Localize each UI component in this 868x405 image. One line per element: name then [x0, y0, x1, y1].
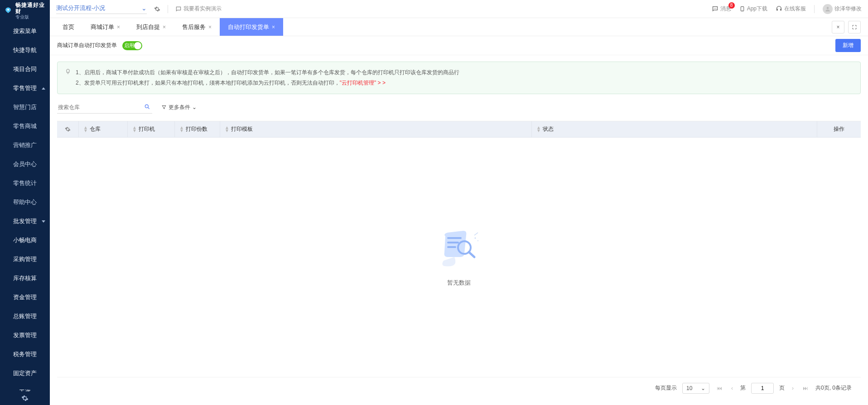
sidebar-inventory[interactable]: 库存核算 — [0, 269, 50, 288]
th-status[interactable]: ▲▼状态 — [532, 121, 817, 137]
sidebar-retail-marketing[interactable]: 营销推广 — [0, 136, 50, 155]
close-icon[interactable]: × — [117, 24, 120, 30]
demo-link[interactable]: 我要看实例演示 — [175, 5, 222, 13]
org-selector[interactable]: 测试分开流程-小况 ⌄ — [56, 4, 147, 14]
svg-point-5 — [742, 10, 743, 10]
org-settings-icon[interactable] — [154, 6, 160, 12]
sidebar-wholesale[interactable]: 批发管理 — [0, 212, 50, 231]
message-icon — [712, 5, 719, 12]
sidebar-salary[interactable]: 工资 — [0, 383, 50, 391]
page-prefix: 第 — [740, 384, 746, 392]
page-next-button[interactable]: › — [790, 384, 796, 392]
chevron-down-icon: ⌄ — [192, 104, 197, 110]
sort-icon: ▲▼ — [83, 126, 88, 132]
filter-more[interactable]: 更多条件 ⌄ — [161, 104, 197, 111]
fullscreen-button[interactable] — [848, 21, 861, 33]
page-last-button[interactable]: ⏭ — [801, 384, 810, 392]
phone-icon — [739, 5, 745, 12]
sidebar-assets[interactable]: 固定资产 — [0, 364, 50, 383]
tab-aftersale[interactable]: 售后服务× — [174, 18, 220, 36]
messages-link[interactable]: 消息 8 — [712, 5, 731, 13]
search-icon[interactable] — [144, 104, 150, 111]
svg-point-14 — [475, 238, 476, 239]
svg-point-6 — [827, 7, 829, 9]
page-suffix: 页 — [779, 384, 785, 392]
close-all-tabs-button[interactable]: × — [832, 21, 844, 33]
th-ops: 操作 — [817, 121, 861, 137]
tab-pickup[interactable]: 到店自提× — [128, 18, 174, 36]
table: ▲▼仓库 ▲▼打印机 ▲▼打印份数 ▲▼打印模板 ▲▼状态 操作 — [57, 121, 861, 377]
toolbar-label: 商城订单自动打印发货单 — [57, 42, 117, 49]
page-toolbar: 商城订单自动打印发货单 启用 新增 — [50, 36, 868, 55]
sidebar-ledger[interactable]: 总账管理 — [0, 307, 50, 326]
add-button[interactable]: 新增 — [835, 39, 861, 52]
th-settings[interactable] — [57, 121, 79, 137]
enable-switch[interactable]: 启用 — [122, 41, 142, 50]
content: 1、启用后，商城下单付款成功后（如果有审核是在审核之后），自动打印发货单，如果一… — [50, 55, 868, 405]
gear-icon — [21, 395, 29, 402]
close-icon[interactable]: × — [163, 24, 166, 30]
chevron-down-icon: ⌄ — [701, 385, 705, 391]
search-input[interactable] — [57, 101, 152, 113]
svg-point-2 — [715, 8, 715, 9]
side-menu: 搜索菜单 快捷导航 项目合同 零售管理 智慧门店 零售商城 营销推广 会员中心 … — [0, 22, 50, 391]
sidebar: 畅捷通好业财 专业版 搜索菜单 快捷导航 项目合同 零售管理 智慧门店 零售商城… — [0, 0, 50, 405]
brand-sub: 专业版 — [15, 14, 46, 19]
sidebar-retail[interactable]: 零售管理 — [0, 79, 50, 98]
sidebar-retail-help[interactable]: 帮助中心 — [0, 193, 50, 212]
app-download-link[interactable]: App下载 — [739, 5, 767, 13]
sidebar-retail-member[interactable]: 会员中心 — [0, 155, 50, 174]
sidebar-quicknav[interactable]: 快捷导航 — [0, 41, 50, 60]
sidebar-settings[interactable] — [0, 391, 50, 405]
empty-illustration — [432, 227, 486, 272]
page-prev-button[interactable]: ‹ — [729, 384, 735, 392]
th-copies[interactable]: ▲▼打印份数 — [175, 121, 220, 137]
svg-point-15 — [477, 240, 478, 241]
brand-title: 畅捷通好业财 — [15, 2, 46, 14]
speech-icon — [175, 6, 182, 12]
per-page-select[interactable]: 10 ⌄ — [682, 383, 709, 394]
org-name: 测试分开流程-小况 — [56, 4, 105, 12]
sidebar-project[interactable]: 项目合同 — [0, 60, 50, 79]
svg-rect-11 — [447, 246, 456, 248]
th-printer[interactable]: ▲▼打印机 — [128, 121, 175, 137]
sidebar-funds[interactable]: 资金管理 — [0, 288, 50, 307]
pagination: 每页显示 10 ⌄ ⏮ ‹ 第 页 › ⏭ 共0页, 0条记录 — [57, 377, 861, 399]
tab-mall-orders[interactable]: 商城订单× — [82, 18, 128, 36]
cloud-printer-link[interactable]: "云打印机管理" > > — [340, 80, 386, 86]
sidebar-purchase[interactable]: 采购管理 — [0, 250, 50, 269]
gear-icon — [65, 126, 71, 132]
th-template[interactable]: ▲▼打印模板 — [220, 121, 532, 137]
lightbulb-icon — [65, 68, 71, 88]
sidebar-retail-stats[interactable]: 零售统计 — [0, 174, 50, 193]
svg-point-1 — [714, 8, 714, 9]
sidebar-search[interactable]: 搜索菜单 — [0, 22, 50, 41]
close-icon[interactable]: × — [272, 24, 275, 30]
table-head: ▲▼仓库 ▲▼打印机 ▲▼打印份数 ▲▼打印模板 ▲▼状态 操作 — [57, 121, 861, 138]
user-menu[interactable]: 徐泽华修改 — [823, 4, 862, 14]
support-link[interactable]: 在线客服 — [776, 5, 806, 13]
sidebar-retail-smart[interactable]: 智慧门店 — [0, 98, 50, 117]
sidebar-tax[interactable]: 税务管理 — [0, 345, 50, 364]
sidebar-invoice[interactable]: 发票管理 — [0, 326, 50, 345]
switch-knob — [134, 42, 141, 49]
sidebar-ecom[interactable]: 小畅电商 — [0, 231, 50, 250]
topbar: 测试分开流程-小况 ⌄ 我要看实例演示 消息 8 App下载 — [50, 0, 868, 18]
page-first-button[interactable]: ⏮ — [715, 384, 724, 392]
close-icon[interactable]: × — [208, 24, 212, 30]
main: 测试分开流程-小况 ⌄ 我要看实例演示 消息 8 App下载 — [50, 0, 868, 405]
sidebar-retail-mall[interactable]: 零售商城 — [0, 117, 50, 136]
user-name: 徐泽华修改 — [834, 5, 862, 13]
page-input[interactable] — [751, 383, 774, 394]
sort-icon: ▲▼ — [536, 126, 541, 132]
tab-home[interactable]: 首页 — [54, 18, 82, 36]
empty-text: 暂无数据 — [447, 279, 471, 287]
svg-line-8 — [148, 107, 149, 109]
tab-auto-print[interactable]: 自动打印发货单× — [220, 18, 283, 36]
table-body: 暂无数据 — [57, 138, 861, 377]
svg-point-7 — [145, 105, 148, 108]
gear-icon — [154, 6, 160, 12]
th-warehouse[interactable]: ▲▼仓库 — [79, 121, 128, 137]
svg-rect-9 — [447, 237, 462, 239]
sort-icon: ▲▼ — [132, 126, 137, 132]
